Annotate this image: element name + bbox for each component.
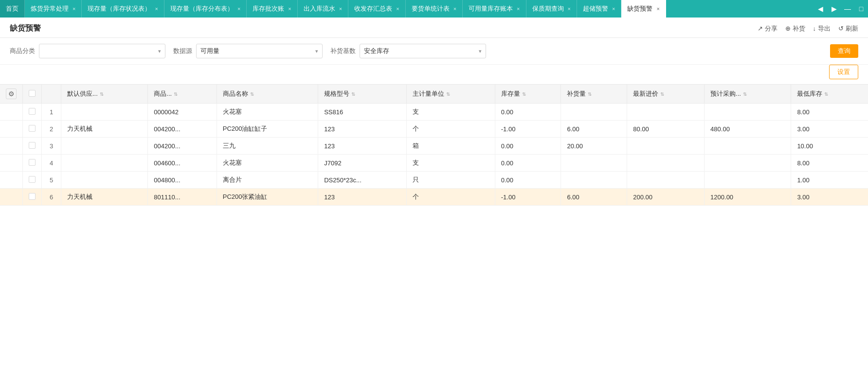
export-action[interactable]: ↓ 导出: [813, 24, 831, 33]
sort-icon-min-stock: ⇅: [824, 91, 828, 97]
row-product-name: PC200油缸缸子: [217, 121, 318, 138]
row-checkbox[interactable]: [29, 142, 36, 149]
row-checkbox-cell: [23, 104, 42, 121]
row-checkbox[interactable]: [29, 176, 36, 183]
tab-close-stock-status[interactable]: ×: [155, 6, 158, 12]
th-index: [42, 85, 61, 104]
row-settings-cell: [0, 104, 23, 121]
replenish-icon: ⊕: [785, 25, 791, 32]
row-unit: 只: [406, 172, 495, 189]
header-checkbox[interactable]: [29, 90, 36, 97]
th-spec[interactable]: 规格型号 ⇅: [318, 85, 406, 104]
row-settings-cell: [0, 189, 23, 206]
sort-icon-replenish: ⇅: [588, 91, 592, 97]
th-latest-price[interactable]: 最新进价 ⇅: [627, 85, 705, 104]
tab-close-overstock[interactable]: ×: [612, 6, 615, 12]
tab-prev-btn[interactable]: ◀: [814, 5, 827, 13]
row-spec: J7092: [318, 155, 406, 172]
tab-next-btn[interactable]: ▶: [827, 5, 841, 13]
tab-order-stats[interactable]: 要货单统计表 ×: [406, 0, 463, 18]
table-header-row: ⚙ 默认供应... ⇅ 商品...: [0, 85, 868, 104]
th-product-name[interactable]: 商品名称 ⇅: [217, 85, 318, 104]
row-checkbox[interactable]: [29, 125, 36, 132]
row-product-name: 三九: [217, 138, 318, 155]
tab-stock-dist[interactable]: 现存量（库存分布表） ×: [164, 0, 247, 18]
tab-home[interactable]: 首页: [0, 0, 25, 18]
datasource-select[interactable]: 可用量 ▾: [196, 44, 323, 58]
table-container: ⚙ 默认供应... ⇅ 商品...: [0, 84, 868, 206]
row-unit: 支: [406, 155, 495, 172]
row-checkbox[interactable]: [29, 193, 36, 200]
tab-receive-summary[interactable]: 收发存汇总表 ×: [348, 0, 405, 18]
table-row[interactable]: 4 004600... 火花塞 J7092 支 0.00 8.00: [0, 155, 868, 172]
row-estimated-purchase: 480.00: [705, 121, 791, 138]
row-min-stock: 10.00: [791, 138, 868, 155]
row-min-stock: 1.00: [791, 172, 868, 189]
query-button[interactable]: 查询: [830, 44, 858, 58]
th-default-supplier[interactable]: 默认供应... ⇅: [61, 85, 148, 104]
row-replenish-qty: 6.00: [561, 121, 627, 138]
th-replenish-qty[interactable]: 补货量 ⇅: [561, 85, 627, 104]
table-row[interactable]: 1 0000042 火花塞 SS816 支 0.00 8.00: [0, 104, 868, 121]
row-index: 1: [42, 104, 61, 121]
replenish-base-filter-group: 补货基数 安全库存 ▾: [330, 44, 486, 58]
row-spec: 123: [318, 138, 406, 155]
row-unit: 个: [406, 189, 495, 206]
row-checkbox[interactable]: [29, 159, 36, 166]
tab-abnormal[interactable]: 炼货异常处理 ×: [25, 0, 82, 18]
row-index: 6: [42, 189, 61, 206]
row-checkbox[interactable]: [29, 108, 36, 115]
th-estimated-purchase[interactable]: 预计采购... ⇅: [705, 85, 791, 104]
tab-close-shortage[interactable]: ×: [656, 6, 659, 12]
row-latest-price: 200.00: [627, 189, 705, 206]
th-unit[interactable]: 主计量单位 ⇅: [406, 85, 495, 104]
table-row[interactable]: 2 力天机械 004200... PC200油缸缸子 123 个 -1.00 6…: [0, 121, 868, 138]
row-supplier: [61, 138, 148, 155]
row-supplier: 力天机械: [61, 189, 148, 206]
tab-stock-status[interactable]: 现存量（库存状况表） ×: [82, 0, 164, 18]
tab-close-receive-summary[interactable]: ×: [396, 6, 399, 12]
row-product-code: 004200...: [148, 121, 217, 138]
export-label: 导出: [818, 24, 831, 33]
column-settings-icon[interactable]: ⚙: [6, 88, 17, 99]
tab-close-stock-dist[interactable]: ×: [237, 6, 240, 12]
tab-close-available-ledger[interactable]: ×: [517, 6, 520, 12]
refresh-action[interactable]: ↺ 刷新: [838, 24, 858, 33]
row-latest-price: 80.00: [627, 121, 705, 138]
th-stock[interactable]: 库存量 ⇅: [495, 85, 561, 104]
row-stock: -1.00: [495, 189, 561, 206]
tab-close-order-stats[interactable]: ×: [453, 6, 456, 12]
row-stock: 0.00: [495, 138, 561, 155]
category-arrow-icon: ▾: [158, 48, 161, 54]
tab-batch[interactable]: 库存批次账 ×: [247, 0, 297, 18]
tab-expiry-query[interactable]: 保质期查询 ×: [526, 0, 577, 18]
th-min-stock[interactable]: 最低库存 ⇅: [791, 85, 868, 104]
share-action[interactable]: ↗ 分享: [758, 24, 778, 33]
row-spec: 123: [318, 121, 406, 138]
tab-close-inout-flow[interactable]: ×: [339, 6, 342, 12]
replenish-base-select[interactable]: 安全库存 ▾: [360, 44, 486, 58]
category-select[interactable]: ▾: [39, 44, 165, 58]
table-row[interactable]: 5 004800... 离合片 DS250*23c... 只 0.00 1.00: [0, 172, 868, 189]
table-row[interactable]: 3 004200... 三九 123 箱 0.00 20.00 10.00: [0, 138, 868, 155]
tab-minimize-btn[interactable]: —: [841, 5, 854, 13]
replenish-action[interactable]: ⊕ 补货: [785, 24, 805, 33]
tab-close-expiry-query[interactable]: ×: [568, 6, 571, 12]
tab-close-batch[interactable]: ×: [288, 6, 291, 12]
th-settings: ⚙: [0, 85, 23, 104]
tab-maximize-btn[interactable]: □: [854, 5, 868, 13]
tab-overstock[interactable]: 超储预警 ×: [577, 0, 621, 18]
row-replenish-qty: [561, 172, 627, 189]
row-estimated-purchase: [705, 172, 791, 189]
th-product-code[interactable]: 商品... ⇅: [148, 85, 217, 104]
row-spec: DS250*23c...: [318, 172, 406, 189]
tab-available-ledger[interactable]: 可用量库存账本 ×: [463, 0, 526, 18]
tab-shortage[interactable]: 缺货预警 ×: [621, 0, 666, 18]
table-row[interactable]: 6 力天机械 801110... PC200张紧油缸 123 个 -1.00 6…: [0, 189, 868, 206]
settings-button[interactable]: 设置: [829, 65, 858, 79]
row-index: 4: [42, 155, 61, 172]
tab-inout-flow[interactable]: 出入库流水 ×: [298, 0, 348, 18]
data-table: ⚙ 默认供应... ⇅ 商品...: [0, 84, 868, 206]
row-unit: 箱: [406, 138, 495, 155]
tab-close-abnormal[interactable]: ×: [72, 6, 75, 12]
